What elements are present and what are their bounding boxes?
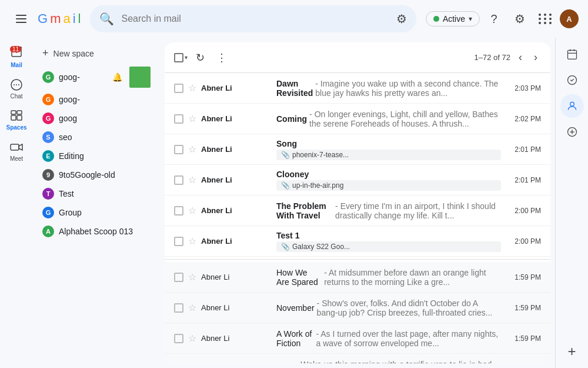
search-input[interactable] <box>121 14 389 24</box>
email-sender: Abner Li <box>201 237 272 246</box>
star-button[interactable]: ☆ <box>188 271 196 283</box>
email-preview: - On longer evenings, Light, chill and y… <box>309 110 501 128</box>
svg-rect-1 <box>11 115 16 120</box>
email-subject-line: Test 1 <box>276 231 501 240</box>
star-button[interactable]: ☆ <box>188 236 196 247</box>
email-checkbox[interactable] <box>174 303 183 313</box>
star-button[interactable]: ☆ <box>188 82 196 94</box>
status-indicator[interactable]: Active ▾ <box>426 11 480 26</box>
sidebar-item-goog2[interactable]: Ggoog- <box>33 90 160 109</box>
sidebar-item-alphabet[interactable]: AAlphabet Scoop 013 <box>33 222 160 241</box>
svg-rect-5 <box>11 144 19 150</box>
sidebar-item-avatar: E <box>42 150 54 162</box>
svg-rect-3 <box>11 111 16 114</box>
email-preview: - Show's over, folks. And didn't October… <box>317 299 501 317</box>
sidebar-item-editing[interactable]: EEditing <box>33 147 160 165</box>
assistant-button[interactable] <box>560 120 584 144</box>
email-preview: - At midsummer before dawn an orange lig… <box>324 268 501 287</box>
star-button[interactable]: ☆ <box>188 302 196 313</box>
table-row[interactable]: ☆Abner LiThe Problem With Travel - Every… <box>165 195 550 226</box>
select-all-checkbox[interactable]: ▾ <box>174 53 188 62</box>
help-button[interactable]: ? <box>482 7 506 31</box>
more-options-button[interactable]: ⋮ <box>213 48 230 68</box>
email-checkbox[interactable] <box>174 237 183 246</box>
sidebar-item-avatar: 9 <box>42 169 54 181</box>
email-subject-line: November - Show's over, folks. And didn'… <box>276 299 501 317</box>
new-space-button[interactable]: + New space <box>33 42 165 64</box>
avatar[interactable]: A <box>560 9 579 28</box>
star-button[interactable]: ☆ <box>188 205 196 216</box>
table-row[interactable]: ☆Abner LiSong📎phoenix-7-tease...2:01 PM <box>165 134 550 165</box>
sidebar-item-9to5google-old[interactable]: 99to5Google-old <box>33 165 160 184</box>
sidebar-item-spaces[interactable]: Spaces <box>6 107 26 133</box>
email-sender: Abner Li <box>201 175 272 184</box>
mute-icon: 🔔 <box>112 72 122 82</box>
email-checkbox[interactable] <box>174 175 183 185</box>
star-button[interactable]: ☆ <box>188 333 196 344</box>
table-row[interactable]: ☆Abner LiTest 1📎Galaxy S22 Goo...2:00 PM <box>165 226 550 257</box>
email-subject: Test 1 <box>276 231 299 240</box>
sidebar-item-chat[interactable]: Chat <box>9 75 24 102</box>
email-checkbox[interactable] <box>174 114 183 124</box>
sidebar-item-label: Alphabet Scoop 013 <box>59 227 151 236</box>
table-row[interactable]: ☆Abner LiHow We Are Spared - At midsumme… <box>165 262 550 293</box>
filter-icon[interactable]: ⚙ <box>396 12 407 26</box>
prev-page-button[interactable]: ‹ <box>515 48 526 67</box>
email-subject-line: Clooney <box>276 170 501 179</box>
sidebar-item-goog1[interactable]: Ggoog-🔔 <box>33 64 160 90</box>
table-row[interactable]: ☆Abner LiA Work of Fiction - As I turned… <box>165 323 550 354</box>
table-row[interactable]: ☆Abner LiRain - Woke up this morning wit… <box>165 354 550 363</box>
attachment-name: up-in-the-air.png <box>292 181 343 190</box>
attachment-name: phoenix-7-tease... <box>292 151 349 159</box>
email-subject-area: Song📎phoenix-7-tease... <box>276 139 501 160</box>
sidebar-item-avatar: G <box>42 207 54 218</box>
contacts-button[interactable] <box>560 94 584 118</box>
attachment-pill: 📎Galaxy S22 Goo... <box>276 241 501 252</box>
star-button[interactable]: ☆ <box>188 174 196 185</box>
email-checkbox[interactable] <box>174 273 183 282</box>
refresh-button[interactable]: ↻ <box>192 48 208 68</box>
sidebar-item-group[interactable]: GGroup <box>33 203 160 222</box>
email-checkbox[interactable] <box>174 84 183 93</box>
sidebar-item-test[interactable]: TTest <box>33 184 160 203</box>
email-checkbox[interactable] <box>174 334 183 343</box>
sidebar-item-label: Test <box>59 189 151 198</box>
table-row[interactable]: ☆Abner LiNovember - Show's over, folks. … <box>165 293 550 323</box>
email-time: 2:02 PM <box>506 115 541 123</box>
email-subject-line: Dawn Revisited - Imagine you wake up wit… <box>276 79 501 98</box>
search-icon: 🔍 <box>99 12 114 26</box>
new-space-label: New space <box>54 49 94 58</box>
table-row[interactable]: ☆Abner LiComing - On longer evenings, Li… <box>165 104 550 134</box>
email-list: ☆Abner LiDawn Revisited - Imagine you wa… <box>165 73 550 363</box>
email-checkbox[interactable] <box>174 206 183 216</box>
next-page-button[interactable]: › <box>530 48 541 67</box>
sidebar-item-goog3[interactable]: Ggoog <box>33 109 160 128</box>
apps-button[interactable] <box>534 7 557 31</box>
sidebar-item-seo[interactable]: Sseo <box>33 128 160 147</box>
svg-point-8 <box>570 102 574 106</box>
table-row[interactable]: ☆Abner LiClooney📎up-in-the-air.png2:01 P… <box>165 165 550 195</box>
sidebar-item-avatar: T <box>42 188 54 200</box>
email-subject-area: Coming - On longer evenings, Light, chil… <box>276 110 501 128</box>
add-panel-button[interactable]: + <box>560 340 584 363</box>
sidebar-item-mail[interactable]: 11 Mail <box>9 42 24 71</box>
email-subject-line: Song <box>276 139 501 148</box>
sidebar-item-meet[interactable]: Meet <box>9 138 24 164</box>
calendar-button[interactable] <box>560 42 584 66</box>
email-subject-area: How We Are Spared - At midsummer before … <box>276 268 501 287</box>
email-checkbox[interactable] <box>174 145 183 154</box>
tasks-button[interactable] <box>560 68 584 92</box>
sidebar-item-label: Group <box>59 208 151 217</box>
settings-button[interactable]: ⚙ <box>508 7 532 31</box>
star-button[interactable]: ☆ <box>188 144 196 155</box>
email-subject: A Work of Fiction <box>276 329 313 348</box>
email-subject: Dawn Revisited <box>276 79 313 98</box>
star-button[interactable]: ☆ <box>188 113 196 124</box>
email-preview: - Imagine you wake up with a second chan… <box>315 79 501 98</box>
menu-button[interactable] <box>9 7 33 31</box>
email-subject-area: Clooney📎up-in-the-air.png <box>276 170 501 191</box>
sidebar-item-avatar: A <box>42 226 54 237</box>
table-row[interactable]: ☆Abner LiDawn Revisited - Imagine you wa… <box>165 73 550 104</box>
attachment-icon: 📎 <box>281 243 290 251</box>
email-time: 2:01 PM <box>506 176 541 184</box>
